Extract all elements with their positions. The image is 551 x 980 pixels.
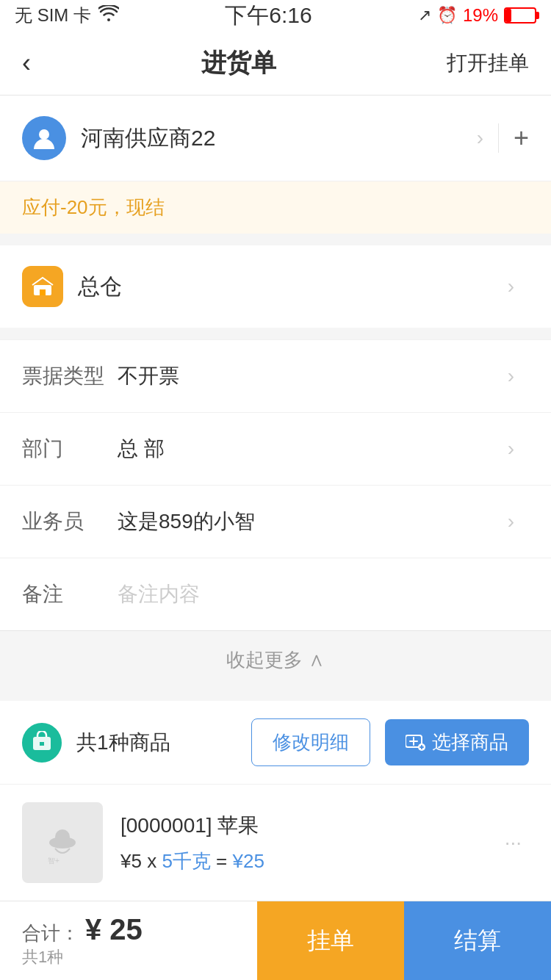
salesman-value: 这是859的小智 [118,508,508,536]
product-item: 智+ [0000001] 苹果 ¥5 x 5千克 = ¥25 ··· [0,785,551,901]
product-price: ¥5 x 5千克 = ¥25 [120,849,497,874]
select-product-button[interactable]: 选择商品 [385,719,529,765]
total-count: 共1种 [22,946,235,968]
collapse-button[interactable]: 收起更多 ∧ [0,630,551,689]
warehouse-name: 总仓 [78,272,508,302]
svg-point-0 [39,129,49,140]
supplier-row[interactable]: 河南供应商22 › + [0,96,551,181]
products-icon [22,723,62,763]
warehouse-card[interactable]: 总仓 › [0,245,551,328]
department-row[interactable]: 部门 总 部 › [0,412,551,485]
location-icon: ↗ [418,6,431,25]
total-row: 合计： ¥ 25 [22,913,235,946]
supplier-chevron-icon: › [477,126,483,150]
invoice-type-row[interactable]: 票据类型 不开票 › [0,339,551,412]
svg-point-8 [49,837,76,849]
products-section: 共1种商品 修改明细 选择商品 智+ [0,701,551,901]
department-value: 总 部 [118,435,508,463]
equals-sign: = [216,850,232,872]
status-bar: 无 SIM 卡 下午6:16 ↗ ⏰ 19% [0,0,551,31]
products-count: 共1种商品 [76,729,237,757]
footer: 合计： ¥ 25 共1种 挂单 结算 [0,901,551,980]
remark-label: 备注 [22,580,118,608]
supplier-name: 河南供应商22 [81,123,477,154]
battery-percent: 19% [463,5,498,26]
remark-input[interactable]: 备注内容 [118,580,529,608]
footer-total: 合计： ¥ 25 共1种 [0,901,257,980]
alarm-icon: ⏰ [437,6,457,25]
notice-bar: 应付-20元，现结 [0,181,551,234]
remark-row[interactable]: 备注 备注内容 [0,558,551,630]
salesman-chevron-icon: › [508,510,514,533]
hold-button[interactable]: 挂单 [257,901,404,980]
divider [498,123,499,153]
battery-icon [504,7,536,24]
product-title: 苹果 [217,814,259,837]
edit-detail-button[interactable]: 修改明细 [251,718,370,766]
products-header: 共1种商品 修改明细 选择商品 [0,701,551,785]
product-thumbnail: 智+ [22,802,103,883]
supplier-card: 河南供应商22 › + 应付-20元，现结 [0,96,551,234]
svg-text:智+: 智+ [48,857,60,865]
page-title: 进货单 [201,46,276,80]
salesman-label: 业务员 [22,508,118,536]
carrier-label: 无 SIM 卡 [15,4,91,27]
salesman-row[interactable]: 业务员 这是859的小智 › [0,485,551,558]
svg-rect-2 [40,289,46,295]
invoice-chevron-icon: › [508,364,514,388]
warehouse-row[interactable]: 总仓 › [0,245,551,328]
multiply-sign: x [147,850,162,872]
product-more-button[interactable]: ··· [497,824,529,862]
department-chevron-icon: › [508,437,514,461]
warehouse-icon [22,266,63,307]
wifi-icon [98,5,119,26]
unit-price: ¥5 [120,850,142,872]
quantity: 5千克 [162,850,210,872]
total-label: 合计： [22,920,79,946]
status-time: 下午6:16 [225,1,311,31]
status-right: ↗ ⏰ 19% [418,5,536,26]
product-code: [0000001] [120,814,212,837]
department-label: 部门 [22,435,118,463]
svg-rect-4 [40,742,44,746]
supplier-avatar [22,116,66,160]
content: 河南供应商22 › + 应付-20元，现结 总仓 › 票据类型 不开票 › [0,96,551,980]
form-card: 票据类型 不开票 › 部门 总 部 › 业务员 这是859的小智 › 备注 备注… [0,339,551,689]
nav-bar: ‹ 进货单 打开挂单 [0,31,551,96]
product-info: [0000001] 苹果 ¥5 x 5千克 = ¥25 [120,812,497,874]
warehouse-chevron-icon: › [508,275,514,298]
total-amount: ¥ 25 [85,913,143,946]
invoice-type-value: 不开票 [118,362,508,390]
checkout-button[interactable]: 结算 [404,901,551,980]
invoice-type-label: 票据类型 [22,362,118,390]
subtotal: ¥25 [233,850,264,872]
back-button[interactable]: ‹ [22,48,31,79]
status-left: 无 SIM 卡 [15,4,119,27]
select-product-label: 选择商品 [432,729,508,755]
open-hold-button[interactable]: 打开挂单 [447,49,529,77]
product-name: [0000001] 苹果 [120,812,497,840]
add-button[interactable]: + [514,123,529,154]
